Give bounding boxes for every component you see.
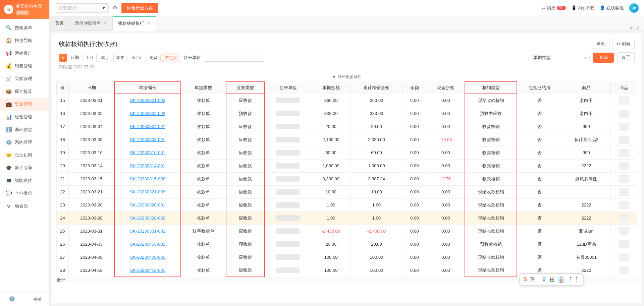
sidebar-item-newbie[interactable]: 🎓 新手引导	[0, 162, 49, 174]
column-settings-icon[interactable]: ⚙	[61, 85, 65, 90]
cell-counterparty	[265, 146, 311, 159]
bill-no-link[interactable]: SK-20230301-002	[130, 98, 165, 103]
cell-product2	[610, 159, 637, 172]
query-button[interactable]: 查询	[593, 53, 614, 63]
sidebar-item-hardware[interactable]: 💻 智能硬件	[0, 174, 49, 187]
tab-close-all-icon[interactable]: ✕	[629, 25, 633, 30]
sidebar-item-operations[interactable]: 📊 经营管理	[0, 111, 49, 123]
account-selector[interactable]: 账套选择 ▾	[55, 3, 109, 13]
watermark-shirt-icon[interactable]: 👔	[557, 276, 565, 283]
online-service-btn[interactable]: 👤 在线客服	[600, 5, 624, 11]
industry-solution-button[interactable]: 体验行业方案	[121, 3, 158, 13]
settings-bottom-icon[interactable]: ⚙️	[9, 296, 15, 302]
cell-date: 2023-03-28	[69, 211, 115, 225]
col-discount: 现金折扣	[427, 82, 465, 94]
cell-date: 2023-04-18	[69, 264, 115, 277]
sidebar-item-system[interactable]: ⚙️ 系统管理	[0, 136, 49, 149]
expand-more-bar[interactable]: ▼ 展开更多条件	[52, 73, 641, 81]
settings-button[interactable]: 设置	[617, 52, 635, 63]
sidebar-item-finance[interactable]: 💼 资金管理	[0, 98, 49, 111]
refresh-button[interactable]: ↻ 刷新	[612, 39, 635, 49]
sidebar-item-search[interactable]: 🔍 搜索菜单	[0, 21, 49, 34]
cell-bill-type: 收款单	[181, 133, 226, 146]
cell-verified: 2,030.00	[351, 133, 402, 146]
cell-no: 21	[57, 172, 69, 185]
tab-expand-icon[interactable]: ⤢	[636, 25, 640, 30]
cell-product2	[610, 238, 637, 251]
bill-no-link[interactable]: SK-20230403-002	[130, 242, 165, 247]
cell-included: 否	[517, 120, 562, 133]
bill-no-link[interactable]: SK-20230328-002	[130, 216, 165, 221]
tab-prepay[interactable]: 预付冲应付单 ✕	[69, 16, 113, 30]
cell-balance: 0.00	[402, 185, 427, 198]
cell-verify-type: 预收中应收	[465, 107, 517, 120]
sidebar-item-enterprise[interactable]: 🤝 企业协同	[0, 149, 49, 162]
topbar-settings-icon[interactable]: ⚙	[113, 5, 117, 11]
bill-no-link[interactable]: SK-20230310-001	[130, 150, 165, 155]
bill-no-link[interactable]: SK-20230328-001	[130, 202, 165, 207]
prepay-tab-close-icon[interactable]: ✕	[104, 21, 107, 25]
cell-included: 否	[517, 146, 562, 159]
sidebar-item-wechat[interactable]: 💬 企业微信	[0, 187, 49, 200]
date-custom-btn[interactable]: 自定义	[162, 54, 180, 62]
cell-balance: 0.00	[402, 133, 427, 146]
bill-no-link[interactable]: SK-20230314-001	[130, 163, 165, 168]
cell-counterparty	[265, 185, 311, 198]
purchase-icon: 🛒	[5, 76, 12, 82]
tab-receipts[interactable]: 收款核销执行 ✕	[113, 16, 156, 31]
date-this-month-btn[interactable]: 本月	[98, 54, 112, 62]
bill-no-link[interactable]: SK-20230331-002	[130, 229, 165, 234]
app-download-btn[interactable]: 📱 App下载	[571, 5, 594, 11]
collapse-icon[interactable]: ◀◀	[33, 296, 41, 302]
table-row: 21 2023-03-15 SK-20230315-002 收款单 应收款 3,…	[57, 172, 637, 185]
counterparty-input[interactable]	[204, 54, 264, 62]
cell-discount: 0.00	[427, 146, 465, 159]
sidebar-item-label: 系统管理	[15, 139, 32, 145]
watermark-mic-icon[interactable]: 🎙	[541, 276, 547, 283]
bill-no-link[interactable]: SK-20230308-001	[130, 137, 165, 142]
cell-bill-no: SK-20230408-001	[114, 251, 181, 264]
sidebar-item-quick-nav[interactable]: 🏠 快捷导航	[0, 34, 49, 47]
sidebar-item-marketing[interactable]: 📢 营销推广	[0, 47, 49, 60]
export-button[interactable]: ↑ 导出	[589, 39, 610, 49]
cell-product2	[610, 172, 637, 185]
tab-home[interactable]: 首页	[50, 16, 69, 30]
bill-no-link[interactable]: SK-20230408-001	[130, 255, 165, 260]
sidebar-item-member[interactable]: V 畅会员	[0, 200, 49, 212]
date-this-year-btn[interactable]: 本年	[113, 54, 127, 62]
date-more-btn[interactable]: 更多	[147, 54, 161, 62]
cell-date: 2023-03-28	[69, 198, 115, 211]
cell-biz-type: 应收款	[226, 133, 265, 146]
sidebar-item-basic[interactable]: ℹ️ 基础信息	[0, 123, 49, 136]
filter-more-dots[interactable]: ···	[523, 55, 530, 60]
watermark-apps-icon[interactable]: ⋮⋮	[568, 276, 580, 283]
filter-collapse-button[interactable]: »	[59, 54, 67, 62]
table-row: 22 2023-03-21 SK-20230321-003 收款单 应收款 10…	[57, 185, 637, 198]
bill-no-link[interactable]: SK-20230315-002	[130, 176, 165, 181]
sidebar-item-sales[interactable]: 💰 销售管理	[0, 60, 49, 72]
col-settings[interactable]: ⚙	[57, 82, 69, 94]
bill-no-link[interactable]: SK-20230302-002	[130, 111, 165, 116]
cell-verify-type: 现结收款核销	[465, 251, 517, 264]
cell-balance: 0.00	[402, 225, 427, 238]
sidebar-item-purchase[interactable]: 🛒 采购管理	[0, 72, 49, 85]
bill-no-link[interactable]: SK-20230304-001	[130, 124, 165, 129]
cell-product2	[610, 146, 637, 159]
sidebar-item-inventory[interactable]: 📦 库存核算	[0, 85, 49, 98]
cell-amount: 100.00	[311, 251, 351, 264]
bill-no-link[interactable]: SK-20230321-003	[130, 189, 165, 194]
bill-no-link[interactable]: SK-20230418-001	[130, 268, 165, 273]
watermark-grid-icon[interactable]: ⊞	[550, 276, 555, 283]
cell-included: 否	[517, 107, 562, 120]
date-7days-btn[interactable]: 近7天	[129, 54, 145, 62]
cell-product1	[562, 185, 611, 198]
cell-biz-type: 应收款	[226, 172, 265, 185]
cell-balance: 0.00	[402, 107, 427, 120]
messages-btn[interactable]: 🗨 消息 99+	[541, 5, 566, 11]
voucher-type-select[interactable]: ▾	[553, 56, 590, 59]
user-avatar[interactable]: Rit	[629, 3, 639, 13]
receipts-tab-close-icon[interactable]: ✕	[147, 21, 150, 26]
watermark-s-icon: S	[524, 277, 527, 283]
col-verify-type: 核销类型	[465, 82, 517, 94]
date-prev-month-btn[interactable]: 上月	[83, 54, 97, 62]
